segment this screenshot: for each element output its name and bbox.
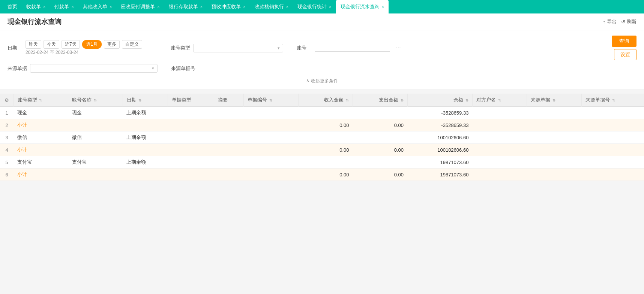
- date-options: 昨天 今天 近7天 近1月 更多 自定义: [26, 40, 142, 49]
- settings-button[interactable]: 设置: [614, 49, 636, 60]
- close-icon[interactable]: ×: [157, 4, 159, 9]
- col-counterparty[interactable]: 对方户名 ⇅: [472, 94, 527, 107]
- query-button[interactable]: 查询: [612, 36, 636, 47]
- refresh-button[interactable]: ↺ 刷新: [621, 18, 636, 25]
- nav-home[interactable]: 首页: [3, 0, 22, 13]
- nav-tab-7[interactable]: 现金银行统计 ×: [293, 0, 336, 13]
- close-icon[interactable]: ×: [200, 4, 203, 9]
- sort-icon: ⇅: [465, 98, 468, 102]
- source-doc-num-filter: 来源单据号: [171, 65, 333, 72]
- col-doc-num[interactable]: 单据编号 ⇅: [244, 94, 299, 107]
- filter-area: 日期 昨天 今天 近7天 近1月 更多 自定义 2023-02-24 至 202…: [0, 30, 644, 90]
- chevron-down-icon-2: ▾: [152, 66, 154, 71]
- cell-account-type: 支付宝: [14, 156, 68, 169]
- cell-expense: 0.00: [353, 119, 408, 131]
- cell-account-type: 小计: [14, 144, 68, 156]
- row-number: 1: [0, 107, 14, 119]
- nav-tab-1[interactable]: 付款单 ×: [50, 0, 78, 13]
- nav-tab-3[interactable]: 应收应付调整单 ×: [116, 0, 164, 13]
- page-title: 现金银行流水查询: [8, 17, 62, 26]
- date-section: 昨天 今天 近7天 近1月 更多 自定义 2023-02-24 至 2023-0…: [26, 40, 142, 56]
- col-doc-type[interactable]: 单据类型: [168, 94, 214, 107]
- col-account-name[interactable]: 账号名称 ⇅: [68, 94, 123, 107]
- source-doc-num-label: 来源单据号: [171, 65, 195, 72]
- cell-summary: [214, 119, 244, 131]
- cell-date: 上期余额: [123, 107, 168, 119]
- nav-tab-2[interactable]: 其他收入单 ×: [78, 0, 116, 13]
- cell-counterparty: [472, 107, 527, 119]
- export-icon: ↑: [603, 19, 606, 25]
- cell-source-doc-num: [581, 156, 644, 169]
- date-btn-yesterday[interactable]: 昨天: [26, 40, 41, 49]
- gear-icon[interactable]: ⚙: [5, 97, 9, 103]
- cell-balance: -3528659.33: [407, 119, 472, 131]
- date-btn-more[interactable]: 更多: [104, 40, 120, 49]
- col-date[interactable]: 日期 ⇅: [123, 94, 168, 107]
- cell-income: 0.00: [298, 144, 353, 156]
- col-income[interactable]: 收入金额 ⇅: [298, 94, 353, 107]
- sort-icon: ⇅: [401, 98, 404, 102]
- cell-income: 0.00: [298, 119, 353, 131]
- close-icon[interactable]: ×: [382, 4, 384, 9]
- cell-doc-type: [168, 107, 214, 119]
- cell-balance: 19871073.60: [407, 156, 472, 169]
- close-icon[interactable]: ×: [43, 4, 45, 9]
- cell-source-doc-num: [581, 144, 644, 156]
- nav-tab-5[interactable]: 预收冲应收单 ×: [207, 0, 250, 13]
- cell-expense: 0.00: [353, 169, 408, 181]
- cell-counterparty: [472, 169, 527, 181]
- date-btn-7days[interactable]: 近7天: [62, 40, 80, 49]
- cell-balance: -3528659.33: [407, 107, 472, 119]
- cell-doc-num: [244, 107, 299, 119]
- close-icon[interactable]: ×: [329, 4, 331, 9]
- cell-account-name: 支付宝: [68, 156, 123, 169]
- cell-expense: [353, 107, 408, 119]
- page-header: 现金银行流水查询 ↑ 导出 ↺ 刷新: [0, 13, 644, 30]
- close-icon[interactable]: ×: [243, 4, 245, 9]
- cell-account-name: [68, 144, 123, 156]
- chevron-down-icon: ▾: [278, 46, 280, 51]
- source-doc-select[interactable]: ▾: [30, 64, 158, 73]
- col-source-doc[interactable]: 来源单据 ⇅: [527, 94, 582, 107]
- source-doc-num-input[interactable]: [198, 65, 333, 72]
- col-source-doc-num[interactable]: 来源单据号 ⇅: [581, 94, 644, 107]
- dots-button[interactable]: ···: [393, 44, 404, 52]
- table-row: 5支付宝支付宝上期余额19871073.60: [0, 156, 644, 169]
- cell-source-doc-num: [581, 119, 644, 131]
- collapse-bar[interactable]: ∧ 收起更多条件: [8, 76, 636, 86]
- date-range-display: 2023-02-24 至 2023-03-24: [26, 49, 142, 56]
- date-label: 日期: [8, 45, 23, 51]
- filter-right-buttons: 查询 设置: [612, 36, 636, 60]
- col-balance[interactable]: 余额 ⇅: [407, 94, 472, 107]
- account-filter: 账号 ···: [297, 44, 404, 52]
- cell-counterparty: [472, 144, 527, 156]
- account-type-label: 账号类型: [171, 45, 190, 51]
- close-icon[interactable]: ×: [71, 4, 74, 9]
- date-btn-1month[interactable]: 近1月: [82, 40, 102, 49]
- date-btn-today[interactable]: 今天: [44, 40, 59, 49]
- nav-tab-0[interactable]: 收款单 ×: [22, 0, 50, 13]
- nav-tab-4[interactable]: 银行存取款单 ×: [164, 0, 207, 13]
- source-doc-label: 来源单据: [8, 65, 27, 72]
- cell-counterparty: [472, 119, 527, 131]
- cell-doc-num: [244, 169, 299, 181]
- nav-tab-6[interactable]: 收款核销执行 ×: [250, 0, 293, 13]
- col-expense[interactable]: 支出金额 ⇅: [353, 94, 408, 107]
- cell-summary: [214, 107, 244, 119]
- export-button[interactable]: ↑ 导出: [603, 18, 617, 25]
- close-icon[interactable]: ×: [286, 4, 288, 9]
- table-container: ⚙ 账号类型 ⇅ 账号名称 ⇅ 日期 ⇅ 单据类型 摘要: [0, 94, 644, 181]
- account-type-select[interactable]: ▾: [193, 44, 283, 52]
- cell-doc-type: [168, 156, 214, 169]
- date-btn-custom[interactable]: 自定义: [122, 40, 142, 49]
- nav-tab-8[interactable]: 现金银行流水查询 ×: [336, 0, 389, 13]
- cell-summary: [214, 131, 244, 144]
- cell-summary: [214, 156, 244, 169]
- sort-icon: ⇅: [269, 98, 272, 102]
- close-icon[interactable]: ×: [110, 4, 112, 9]
- account-input[interactable]: [315, 44, 390, 52]
- cell-doc-num: [244, 144, 299, 156]
- cell-date: 上期余额: [123, 131, 168, 144]
- col-account-type[interactable]: 账号类型 ⇅: [14, 94, 68, 107]
- cell-income: [298, 156, 353, 169]
